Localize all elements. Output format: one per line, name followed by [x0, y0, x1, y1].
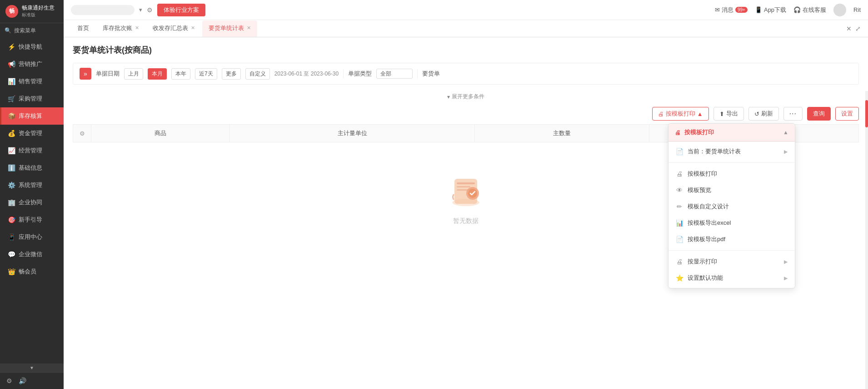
expand-more-btn[interactable]: ▾ 展开更多条件: [447, 93, 484, 101]
sidebar-item-marketing[interactable]: 📢 营销推广: [0, 56, 64, 73]
tab-close-window-icon[interactable]: ✕: [846, 25, 852, 32]
expand-more-icon: ▾: [447, 94, 450, 100]
sidebar-footer: ⚙ 🔊: [0, 372, 64, 389]
topbar-search-input[interactable]: [71, 5, 135, 15]
tab-collection-summary[interactable]: 收发存汇总表 ✕: [146, 20, 201, 37]
printer-icon: 🖨: [675, 129, 681, 136]
sidebar-item-newbie[interactable]: 🎯 新手引导: [0, 211, 64, 228]
sidebar-search-label: 搜索菜单: [14, 27, 36, 35]
sidebar-item-label: 基础信息: [19, 164, 42, 172]
dropdown-display-print[interactable]: 🖨 按显示打印 ▶: [668, 253, 795, 270]
dropdown-set-default[interactable]: ⭐ 设置默认功能 ▶: [668, 270, 795, 286]
empty-illustration: [445, 170, 486, 211]
template-print-dropdown: 🖨 按模板打印 ▲ 📄 当前：要货单统计表 ▶: [668, 123, 795, 288]
tab-order-stats-close[interactable]: ✕: [247, 25, 251, 31]
dropdown-item-template-custom[interactable]: ✏ 模板自定义设计: [668, 198, 795, 215]
date-btn-more[interactable]: 更多: [222, 68, 241, 80]
topbar-dropdown-arrow[interactable]: ▾: [139, 6, 142, 13]
sidebar-item-purchase[interactable]: 🛒 采购管理: [0, 90, 64, 107]
sidebar-item-appstore[interactable]: 📱 应用中心: [0, 228, 64, 246]
dropdown-item-export-pdf[interactable]: 📄 按模板导出pdf: [668, 231, 795, 248]
tab-inventory-batch-label: 库存批次账: [103, 24, 132, 32]
main-area: ▾ ⚙ 体验行业方案 ✉ 消息 99+ 📱 App下载 🎧 在线客服 Rit 首…: [64, 0, 868, 389]
enterprise-icon: 🏢: [8, 199, 15, 206]
tab-collection-summary-close[interactable]: ✕: [191, 25, 195, 31]
refresh-icon: ↺: [754, 111, 759, 117]
dropdown-item-template-print[interactable]: 🖨 按模板打印: [668, 166, 795, 182]
empty-text: 暂无数据: [453, 217, 479, 225]
sidebar-item-basic[interactable]: ℹ️ 基础信息: [0, 159, 64, 177]
template-print-btn[interactable]: 🖨 按模板打印 ▲: [652, 107, 709, 121]
tabs-right: ✕ ⤢: [846, 25, 861, 32]
sidebar-item-label: 采购管理: [19, 95, 42, 103]
refresh-btn[interactable]: ↺ 刷新: [748, 107, 779, 121]
date-btn-current-year[interactable]: 本年: [171, 68, 190, 80]
sidebar-item-member[interactable]: 👑 畅会员: [0, 263, 64, 280]
app-download-btn[interactable]: 📱 App下载: [755, 6, 786, 14]
marketing-icon: 📢: [8, 61, 15, 68]
sidebar-item-label: 系统管理: [19, 181, 42, 189]
user-avatar[interactable]: [833, 4, 846, 16]
set-default-arrow: ▶: [784, 275, 788, 281]
date-btn-last-month[interactable]: 上月: [124, 68, 143, 80]
filter-bar: » 单据日期 上月 本月 本年 近7天 更多 自定义 2023-06-01 至 …: [73, 63, 859, 85]
expand-more-label: 展开更多条件: [452, 93, 484, 101]
content-area: 要货单统计表(按商品) » 单据日期 上月 本月 本年 近7天 更多 自定义 2…: [64, 37, 868, 389]
inventory-icon: 📦: [8, 112, 15, 120]
more-dots-icon: ···: [789, 110, 797, 118]
filter-separator-2: [417, 69, 418, 78]
sidebar-item-wechat[interactable]: 💬 企业微信: [0, 246, 64, 263]
dropdown-current-template[interactable]: 📄 当前：要货单统计表 ▶: [668, 143, 795, 160]
set-default-label: 设置默认功能: [688, 274, 723, 282]
sidebar-item-sales[interactable]: 📊 销售管理: [0, 73, 64, 90]
filter-expand-btn[interactable]: »: [80, 68, 91, 80]
export-excel-icon: 📊: [676, 219, 683, 227]
phone-icon: 📱: [755, 6, 762, 13]
tab-home[interactable]: 首页: [71, 20, 95, 37]
settings-btn[interactable]: 设置: [835, 107, 859, 121]
sidebar-item-inventory[interactable]: 📦 库存核算: [0, 107, 64, 125]
app-download-label: App下载: [764, 6, 786, 14]
dropdown-section-sub: 🖨 按显示打印 ▶ ⭐ 设置默认功能 ▶: [668, 252, 795, 288]
topbar-gear-icon[interactable]: ⚙: [147, 6, 153, 14]
sidebar-item-operation[interactable]: 📈 经营管理: [0, 142, 64, 159]
date-btn-7days[interactable]: 近7天: [195, 68, 217, 80]
sidebar-scroll-down[interactable]: ▼: [0, 364, 64, 372]
trial-btn[interactable]: 体验行业方案: [157, 4, 205, 16]
tab-order-stats[interactable]: 要货单统计表 ✕: [202, 20, 257, 37]
sidebar-item-system[interactable]: ⚙️ 系统管理: [0, 177, 64, 194]
dropdown-item-export-excel[interactable]: 📊 按模板导出excel: [668, 215, 795, 231]
dropdown-header: 🖨 按模板打印 ▲: [668, 124, 795, 141]
sidebar-item-label: 应用中心: [19, 233, 42, 241]
query-btn[interactable]: 查询: [807, 107, 831, 121]
date-btn-custom[interactable]: 自定义: [245, 68, 270, 80]
dropdown-collapse-icon[interactable]: ▲: [783, 129, 788, 136]
tab-inventory-batch[interactable]: 库存批次账 ✕: [96, 20, 145, 37]
audio-footer-icon[interactable]: 🔊: [19, 377, 26, 384]
display-print-label: 按显示打印: [688, 258, 717, 266]
sidebar-item-label: 资金管理: [19, 129, 42, 137]
online-service-btn[interactable]: 🎧 在线客服: [793, 6, 826, 14]
right-scrollbar[interactable]: [865, 91, 868, 389]
settings-footer-icon[interactable]: ⚙: [6, 377, 12, 384]
type-filter-select[interactable]: 全部 要货单: [376, 69, 413, 79]
sidebar-item-finance[interactable]: 💰 资金管理: [0, 125, 64, 142]
page-title: 要货单统计表(按商品): [73, 45, 859, 56]
notification-btn[interactable]: ✉ 消息 99+: [715, 6, 748, 14]
sidebar-item-quicknav[interactable]: ⚡ 快捷导航: [0, 38, 64, 56]
template-print-btn-label: 按模板打印: [666, 110, 695, 118]
operation-icon: 📈: [8, 147, 15, 154]
more-dots-btn[interactable]: ···: [783, 107, 803, 121]
wechat-icon: 💬: [8, 251, 15, 258]
dropdown-item-template-preview[interactable]: 👁 模板预览: [668, 182, 795, 198]
export-btn[interactable]: ⬆ 导出: [713, 107, 744, 121]
tab-inventory-batch-close[interactable]: ✕: [135, 25, 139, 31]
tab-expand-icon[interactable]: ⤢: [855, 25, 861, 32]
svg-rect-3: [457, 186, 470, 187]
date-btn-current-month[interactable]: 本月: [148, 68, 167, 80]
table-settings-icon[interactable]: ⚙: [80, 130, 85, 137]
sidebar-item-enterprise[interactable]: 🏢 企业协同: [0, 194, 64, 211]
type-filter-label: 单据类型: [348, 70, 372, 78]
sidebar-search[interactable]: 🔍 搜索菜单: [0, 23, 64, 38]
current-template-icon: 📄: [676, 148, 683, 155]
